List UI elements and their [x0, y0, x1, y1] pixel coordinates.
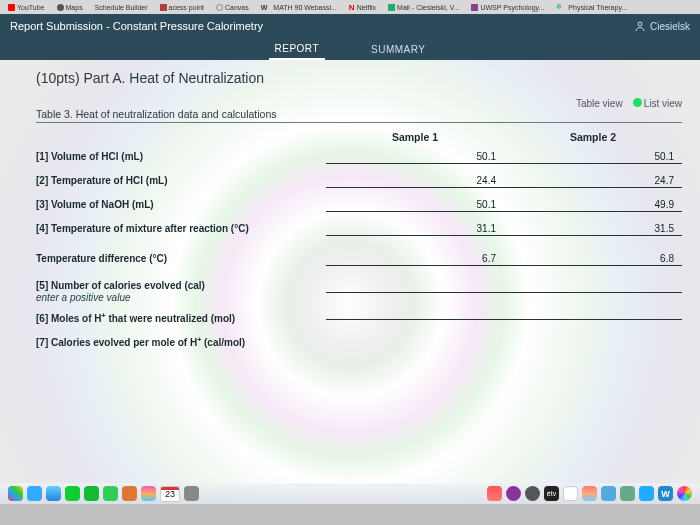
tab-report[interactable]: REPORT	[269, 39, 326, 60]
canvas-icon	[216, 4, 223, 11]
tab-summary[interactable]: SUMMARY	[365, 40, 431, 59]
uwsp-icon	[471, 4, 478, 11]
cell-input[interactable]: 50.1	[504, 151, 682, 164]
appletv-icon[interactable]: étv	[544, 486, 559, 501]
word-icon[interactable]: W	[658, 486, 673, 501]
user-chip[interactable]: Ciesielsk	[634, 20, 690, 32]
tab-youtube[interactable]: YouTube	[4, 4, 49, 11]
table-row: [2] Temperature of HCl (mL) 24.4 24.7	[36, 169, 682, 193]
tab-netflix[interactable]: NNetflix	[345, 3, 380, 12]
cell-input[interactable]	[504, 291, 682, 293]
app-icon[interactable]	[620, 486, 635, 501]
tab-maps[interactable]: Maps	[53, 4, 87, 11]
access-icon	[160, 4, 167, 11]
table-view-option[interactable]: Table view	[576, 98, 623, 109]
cell-input[interactable]	[326, 318, 504, 320]
youtube-icon	[8, 4, 15, 11]
table-row: Temperature difference (°C) 6.7 6.8	[36, 247, 682, 271]
table-row: [7] Calories evolved per mole of H+ (cal…	[36, 331, 682, 355]
user-icon	[634, 20, 646, 32]
launchpad-icon[interactable]	[8, 486, 23, 501]
table-row: [6] Moles of H+ that were neutralized (m…	[36, 307, 682, 331]
table-row: [5] Number of calories evolved (cal) ent…	[36, 277, 682, 307]
row-label: [5] Number of calories evolved (cal) ent…	[36, 280, 326, 304]
tab-uwsp[interactable]: UWSP Psychology...	[467, 4, 548, 11]
mail-icon[interactable]	[46, 486, 61, 501]
app-icon[interactable]	[563, 486, 578, 501]
tab-pt[interactable]: ✻ Physical Therapy...	[552, 3, 631, 11]
page-title: Report Submission - Constant Pressure Ca…	[10, 20, 263, 32]
table-caption: Table 3. Heat of neutralization data and…	[36, 108, 682, 120]
col-sample1: Sample 1	[326, 131, 504, 143]
row-label: [4] Temperature of mixture after reactio…	[36, 223, 326, 235]
browser-tab-strip: YouTube Maps Schedule Builder acess poin…	[0, 0, 700, 14]
toggle-pill-icon	[633, 98, 642, 107]
chrome-icon[interactable]	[677, 486, 692, 501]
app-icon[interactable]	[103, 486, 118, 501]
report-tabs: REPORT SUMMARY	[0, 38, 700, 60]
view-toggle: Table view List view	[576, 98, 682, 109]
svg-point-0	[638, 22, 642, 26]
tab-schedule[interactable]: Schedule Builder	[91, 4, 152, 11]
table-row: [3] Volume of NaOH (mL) 50.1 49.9	[36, 193, 682, 217]
app-icon[interactable]	[582, 486, 597, 501]
row-label: [6] Moles of H+ that were neutralized (m…	[36, 312, 326, 325]
calendar-icon[interactable]: 23	[160, 486, 180, 502]
tab-access[interactable]: acess point	[156, 4, 208, 11]
maps-icon	[57, 4, 64, 11]
page-header: Report Submission - Constant Pressure Ca…	[0, 14, 700, 38]
cell-input[interactable]: 50.1	[326, 199, 504, 212]
row-label: [7] Calories evolved per mole of H+ (cal…	[36, 336, 326, 349]
cell-input[interactable]: 31.1	[326, 223, 504, 236]
tab-canvas[interactable]: Canvas	[212, 4, 253, 11]
part-title: (10pts) Part A. Heat of Neutralization	[36, 70, 682, 86]
app-icon[interactable]	[525, 486, 540, 501]
row-label: [2] Temperature of HCl (mL)	[36, 175, 326, 187]
finder-icon[interactable]	[27, 486, 42, 501]
podcasts-icon[interactable]	[506, 486, 521, 501]
row-label: Temperature difference (°C)	[36, 253, 326, 265]
caption-rule	[36, 122, 682, 123]
data-table: Sample 1 Sample 2 [1] Volume of HCl (mL)…	[36, 129, 682, 355]
app-icon[interactable]	[601, 486, 616, 501]
cell-input[interactable]	[326, 291, 504, 293]
row-label: [3] Volume of NaOH (mL)	[36, 199, 326, 211]
cell-input[interactable]: 24.7	[504, 175, 682, 188]
app-icon[interactable]	[184, 486, 199, 501]
content-area: (10pts) Part A. Heat of Neutralization T…	[0, 60, 700, 504]
appstore-icon[interactable]	[639, 486, 654, 501]
table-row: [4] Temperature of mixture after reactio…	[36, 217, 682, 241]
messages-icon[interactable]	[84, 486, 99, 501]
cell-input[interactable]: 6.8	[504, 253, 682, 266]
cell-input[interactable]: 50.1	[326, 151, 504, 164]
music-icon[interactable]	[487, 486, 502, 501]
cell-input[interactable]	[504, 343, 682, 344]
tab-math[interactable]: W MATH 90 Webassi...	[257, 4, 341, 11]
cell-input[interactable]	[504, 318, 682, 320]
cell-input[interactable]: 24.4	[326, 175, 504, 188]
facetime-icon[interactable]	[65, 486, 80, 501]
photos-icon[interactable]	[141, 486, 156, 501]
col-sample2: Sample 2	[504, 131, 682, 143]
list-view-option[interactable]: List view	[633, 98, 682, 109]
netflix-icon: N	[349, 3, 355, 12]
row-label: [1] Volume of HCl (mL)	[36, 151, 326, 163]
cell-input[interactable]: 49.9	[504, 199, 682, 212]
cell-input[interactable]: 6.7	[326, 253, 504, 266]
table-row: [1] Volume of HCl (mL) 50.1 50.1	[36, 145, 682, 169]
mac-dock: 23 étv W	[0, 483, 700, 504]
cell-input[interactable]: 31.5	[504, 223, 682, 236]
tab-mail[interactable]: Mail - Ciesielski, V...	[384, 4, 463, 11]
cell-input[interactable]	[326, 343, 504, 344]
app-icon[interactable]	[122, 486, 137, 501]
mail-icon	[388, 4, 395, 11]
table-header-row: Sample 1 Sample 2	[36, 129, 682, 145]
